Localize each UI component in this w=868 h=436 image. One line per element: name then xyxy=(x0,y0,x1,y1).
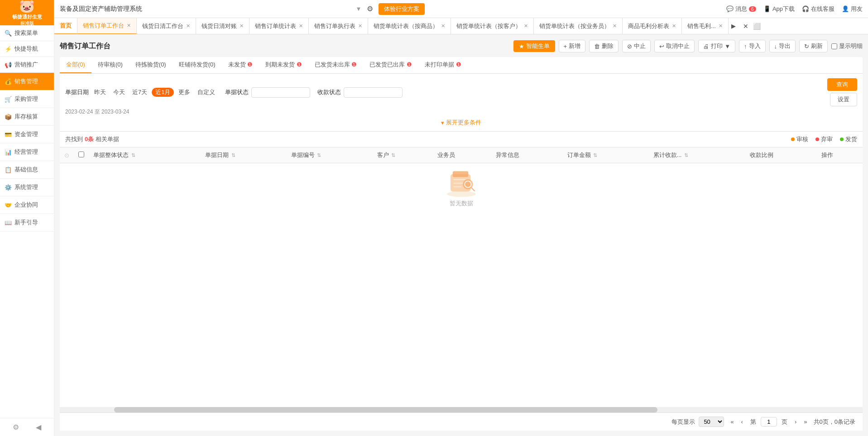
sidebar-item-enterprise[interactable]: 🤝 企业协同 xyxy=(0,196,54,214)
import-icon: ↑ xyxy=(744,43,747,50)
import-btn[interactable]: ↑ 导入 xyxy=(739,40,766,52)
close-icon[interactable]: ✕ xyxy=(524,23,528,29)
chevron-down-icon[interactable]: ▼ xyxy=(355,5,361,12)
filter-tab-all[interactable]: 全部(0) xyxy=(60,57,91,73)
tab-home[interactable]: 首页 xyxy=(54,18,77,34)
close-icon[interactable]: ✕ xyxy=(186,23,190,29)
tab-close-all[interactable]: ✕ xyxy=(741,22,750,31)
refresh-btn[interactable]: ↻ 刷新 xyxy=(799,40,828,52)
sidebar-item-purchase[interactable]: 🛒 采购管理 xyxy=(0,90,54,108)
stop-btn[interactable]: ⊘ 中止 xyxy=(622,40,651,52)
filter-tab-wangpu[interactable]: 旺铺待发货(0) xyxy=(173,57,222,73)
sort-icon[interactable]: ⇅ xyxy=(231,152,235,158)
date-opt-today[interactable]: 今天 xyxy=(110,88,128,97)
close-icon[interactable]: ✕ xyxy=(441,23,445,29)
search-icon: 🔍 xyxy=(5,30,12,37)
date-opt-1month[interactable]: 近1月 xyxy=(152,88,174,97)
sort-icon[interactable]: ⇅ xyxy=(317,152,321,158)
payment-select[interactable] xyxy=(344,87,403,98)
sidebar-item-basic-info[interactable]: 📋 基础信息 xyxy=(0,161,54,179)
tab-cash-clear[interactable]: 钱货日清工作台 ✕ xyxy=(137,18,196,34)
prev-page-btn[interactable]: ‹ xyxy=(739,417,746,426)
tab-margin[interactable]: 商品毛利分析表 ✕ xyxy=(623,18,682,34)
close-icon[interactable]: ✕ xyxy=(240,23,244,29)
sidebar-item-operations[interactable]: 📊 经营管理 xyxy=(0,143,54,161)
review-action[interactable]: 审核 xyxy=(791,135,808,143)
user-icon: 👤 xyxy=(842,5,849,12)
filter-tab-pending-check[interactable]: 待拣验货(0) xyxy=(129,57,173,73)
tab-order-exec[interactable]: 销售订单执行表 ✕ xyxy=(309,18,368,34)
tab-reconciliation[interactable]: 钱货日清对账 ✕ xyxy=(196,18,249,34)
first-page-btn[interactable]: « xyxy=(728,417,736,426)
filter-tab-shipped-not-out[interactable]: 已发货未出库 ❶ xyxy=(308,57,364,73)
tab-sales-order[interactable]: 销售订单工作台 ✕ xyxy=(77,18,137,34)
user-action[interactable]: 👤 用友 xyxy=(842,5,863,13)
sidebar-item-search[interactable]: 🔍 搜索菜单 xyxy=(0,25,54,41)
close-icon[interactable]: ✕ xyxy=(127,23,131,28)
date-opt-custom[interactable]: 自定义 xyxy=(195,88,218,97)
meta-suffix: 相关单据 xyxy=(96,135,119,143)
sidebar-item-marketing[interactable]: 📢 营销推广 xyxy=(0,57,54,73)
add-btn[interactable]: + 新增 xyxy=(559,40,586,52)
set-btn[interactable]: 设置 xyxy=(830,93,857,106)
filter-tab-overdue[interactable]: 到期未发货 ❶ xyxy=(259,57,308,73)
page-size-select[interactable]: 50 100 200 xyxy=(699,417,724,427)
date-opt-7days[interactable]: 近7天 xyxy=(129,88,150,97)
gear-icon[interactable]: ⚙ xyxy=(367,5,373,13)
scrollbar-area[interactable] xyxy=(60,407,863,412)
print-btn[interactable]: 🖨 打印 ▼ xyxy=(698,40,735,52)
scrollbar-thumb[interactable] xyxy=(114,407,657,412)
status-select[interactable] xyxy=(251,87,310,98)
sidebar-item-system[interactable]: ⚙️ 系统管理 xyxy=(0,179,54,196)
tab-customer-stats[interactable]: 销货单统计表（按客户） ✕ xyxy=(451,18,534,34)
sidebar-item-quick-nav[interactable]: ⚡ 快捷导航 xyxy=(0,41,54,57)
tab-order-stats[interactable]: 销售订单统计表 ✕ xyxy=(249,18,309,34)
sort-icon[interactable]: ⇅ xyxy=(391,152,395,158)
collapse-icon[interactable]: ◀ xyxy=(36,423,41,431)
next-page-btn[interactable]: › xyxy=(792,417,799,426)
close-icon[interactable]: ✕ xyxy=(358,23,362,29)
delete-btn[interactable]: 🗑 删除 xyxy=(589,40,619,52)
message-action[interactable]: 💬 消息 6 xyxy=(726,5,756,13)
app-download-action[interactable]: 📱 App下载 xyxy=(763,5,795,13)
cancel-review-action[interactable]: 弃审 xyxy=(815,135,833,143)
close-icon[interactable]: ✕ xyxy=(672,23,676,29)
sort-icon[interactable]: ⇅ xyxy=(131,152,135,158)
sidebar-item-inventory[interactable]: 📦 库存核算 xyxy=(0,108,54,126)
date-opt-more[interactable]: 更多 xyxy=(176,88,193,97)
last-page-btn[interactable]: » xyxy=(801,417,810,426)
tab-more[interactable]: ▶ xyxy=(729,23,739,29)
sidebar-item-finance[interactable]: 💳 资金管理 xyxy=(0,126,54,143)
sidebar-item-guide[interactable]: 📖 新手引导 xyxy=(0,214,54,232)
tab-maximize[interactable]: ⬜ xyxy=(751,22,762,31)
date-opt-yesterday[interactable]: 昨天 xyxy=(91,88,109,97)
online-service-action[interactable]: 🎧 在线客服 xyxy=(802,5,834,13)
tab-sales-margin[interactable]: 销售毛利... ✕ xyxy=(682,18,729,34)
select-all-checkbox[interactable] xyxy=(78,152,84,157)
settings-icon[interactable]: ⚙ xyxy=(13,423,19,431)
show-detail-label[interactable]: 显示明细 xyxy=(831,42,863,50)
close-icon[interactable]: ✕ xyxy=(719,23,723,29)
expand-btn[interactable]: ▾ 展开更多条件 xyxy=(441,118,481,127)
close-icon[interactable]: ✕ xyxy=(613,23,617,29)
ship-action[interactable]: 发货 xyxy=(840,135,857,143)
query-btn[interactable]: 查询 xyxy=(827,78,857,91)
show-detail-checkbox[interactable] xyxy=(831,43,837,49)
smart-gen-btn[interactable]: ★ 智能生单 xyxy=(513,40,555,52)
close-icon[interactable]: ✕ xyxy=(299,23,303,29)
filter-tab-unshipped[interactable]: 未发货 ❶ xyxy=(222,57,259,73)
filter-tab-pending-review[interactable]: 待审核(0) xyxy=(91,57,129,73)
filter-tab-shipped-out[interactable]: 已发货已出库 ❶ xyxy=(363,57,418,73)
table-scroll[interactable]: ⊙ 单据整体状态 ⇅ 单据日期 ⇅ 单据编号 xyxy=(60,147,863,407)
trial-btn[interactable]: 体验行业方案 xyxy=(379,3,425,15)
sort-icon[interactable]: ⇅ xyxy=(593,152,597,158)
tab-product-stats[interactable]: 销货单统计表（按商品） ✕ xyxy=(368,18,451,34)
sidebar-item-sales[interactable]: 💰 销售管理 xyxy=(0,73,54,90)
export-btn[interactable]: ↓ 导出 xyxy=(769,40,796,52)
page-input[interactable] xyxy=(761,417,777,427)
cancel-stop-btn[interactable]: ↩ 取消中止 xyxy=(654,40,695,52)
filter-tab-unprinted[interactable]: 未打印单据 ❶ xyxy=(418,57,468,73)
tab-salesman-stats[interactable]: 销货单统计表（按业务员） ✕ xyxy=(534,18,623,34)
print-dropdown-icon[interactable]: ▼ xyxy=(724,43,730,50)
sort-icon[interactable]: ⇅ xyxy=(684,152,688,158)
